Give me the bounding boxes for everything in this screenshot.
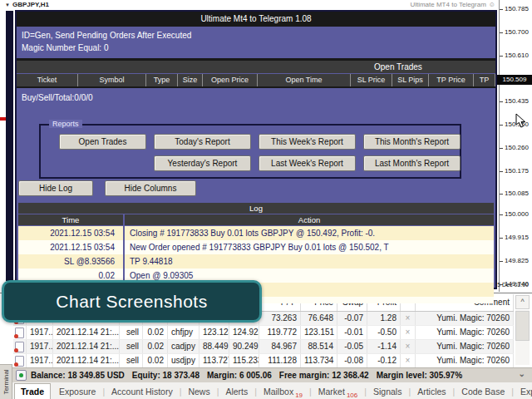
- terminal-cell: 1917...: [27, 326, 53, 339]
- open-trades-column: Open Price: [203, 74, 258, 86]
- tab-separator: |: [102, 387, 105, 397]
- tab-trade[interactable]: Trade: [14, 383, 51, 399]
- log-toggle-row: Hide Log Hide Columns: [18, 180, 196, 196]
- close-x-icon[interactable]: ×: [406, 328, 411, 337]
- terminal-order-row[interactable]: 1917...2021.12.14 21:...sell0.02cadjpy88…: [13, 340, 514, 354]
- ea-info-line1: ID=Gen, Send Pending Orders After Execut…: [22, 29, 490, 42]
- close-order-cell: ×: [401, 326, 416, 339]
- terminal-cell: 113.727: [200, 354, 229, 367]
- order-note-icon-cell: [13, 326, 27, 339]
- terminal-cell: -0.01: [337, 326, 367, 339]
- connection-status-icon: [16, 370, 27, 381]
- scroll-up-icon[interactable]: ^: [515, 295, 530, 309]
- terminal-cell: 73.263: [259, 312, 301, 325]
- tab-separator: |: [364, 387, 367, 397]
- account-status-bar: Balance: 18 349.85 USDEquity: 18 373.48M…: [12, 367, 532, 382]
- terminal-cell: 76.648: [301, 312, 337, 325]
- open-trades-column: TP Price: [429, 74, 474, 86]
- tab-count-badge: 19: [295, 392, 303, 399]
- terminal-cell: sell: [120, 354, 143, 367]
- chevron-down-icon[interactable]: ▼: [5, 2, 10, 7]
- price-axis-label: 150.700: [500, 28, 532, 36]
- log-time-cell: 2021.12.15 03:54: [18, 226, 123, 240]
- report-button[interactable]: Open Trades: [59, 134, 146, 150]
- terminal-order-row[interactable]: 1917...2021.12.14 21:...sell0.02chfjpy12…: [13, 326, 514, 340]
- chart-screenshots-label: Chart Screenshots: [56, 292, 207, 312]
- tab-news[interactable]: News: [182, 387, 215, 397]
- terminal-side-label[interactable]: Terminal: [0, 364, 12, 399]
- price-axis-label: 150.610: [500, 52, 532, 59]
- close-x-icon[interactable]: ×: [406, 356, 411, 365]
- terminal-cell: Yumi. Magic: 70260: [416, 326, 514, 339]
- terminal-cell: Yumi. Magic: 70260: [416, 340, 514, 353]
- terminal-cell: cadjpy: [168, 340, 200, 353]
- chart-left-strip: [6, 11, 13, 281]
- report-button[interactable]: This Week's Report: [259, 134, 356, 150]
- terminal-cell: 1917...: [27, 340, 53, 353]
- tab-exposure[interactable]: Exposure: [53, 387, 101, 397]
- close-order-cell: ×: [401, 340, 416, 353]
- tab-articles[interactable]: Articles: [411, 387, 451, 397]
- log-row: SL @8.93566TP 9.44818: [18, 254, 494, 268]
- tab-alerts[interactable]: Alerts: [219, 387, 254, 397]
- terminal-cell: Yumi. Magic: 70260: [416, 312, 514, 325]
- chart-red-tick: [0, 117, 6, 121]
- tab-separator: |: [254, 387, 257, 397]
- log-row: 2021.12.15 03:54New Order opened # 19177…: [18, 240, 494, 254]
- report-button[interactable]: Last Month's Report: [363, 155, 461, 171]
- report-button[interactable]: Yesterday's Report: [154, 155, 251, 171]
- buy-sell-total-label: Buy/Sell/Total:0/0/0: [22, 93, 495, 102]
- ea-panel: Ultimate Mt4 to Telegram 1.08 ID=Gen, Se…: [15, 10, 497, 289]
- log-action-cell: New Order opened # 191773833 GBPJPY Buy …: [125, 240, 494, 254]
- order-note-icon: [15, 328, 24, 338]
- price-axis-label: 149.825: [500, 257, 532, 264]
- reports-groupbox-label: Reports: [49, 120, 82, 128]
- report-button[interactable]: This Month's Report: [363, 134, 461, 150]
- tab-signals[interactable]: Signals: [367, 387, 407, 397]
- terminal-scrollbar-thumb[interactable]: [515, 311, 530, 341]
- tab-mailbox[interactable]: Mailbox19: [258, 387, 308, 397]
- terminal-cell: Yumi. Magic: 70260: [416, 354, 514, 367]
- log-time-cell: 2021.12.15 03:54: [18, 240, 123, 254]
- terminal-cell: 123.123: [200, 326, 229, 339]
- hide-log-button[interactable]: Hide Log: [18, 180, 93, 196]
- reports-groupbox: Reports Open TradesToday's ReportThis We…: [39, 124, 461, 179]
- close-x-icon[interactable]: ×: [406, 313, 411, 323]
- status-segment: Margin level: 305.97%: [377, 371, 462, 380]
- terminal-cell: 2021.12.14 21:...: [53, 354, 120, 367]
- order-red-dot: [14, 362, 18, 367]
- scroll-down-icon[interactable]: ⌄: [519, 369, 525, 378]
- log-time-cell: SL @8.93566: [18, 254, 123, 268]
- tab-count-badge: 106: [347, 392, 357, 399]
- terminal-cell: 123.151: [301, 326, 337, 339]
- report-button[interactable]: Last Week's Report: [259, 155, 356, 171]
- terminal-order-row[interactable]: 1917...2021.12.14 21:...sell0.02usdjpy11…: [13, 354, 514, 368]
- hide-columns-button[interactable]: Hide Columns: [105, 180, 196, 196]
- terminal-cell: -0.12: [367, 354, 401, 367]
- terminal-cell: 1.28: [367, 312, 401, 325]
- tab-experts[interactable]: Experts: [515, 387, 532, 397]
- price-axis: 150.785150.700150.610150.525150.435150.3…: [499, 0, 532, 292]
- price-axis-label: 149.915: [500, 234, 532, 241]
- terminal-cell: -0.08: [337, 354, 367, 367]
- tab-code-base[interactable]: Code Base: [456, 387, 510, 397]
- terminal-cell: sell: [120, 326, 143, 339]
- terminal-cell: 0.02: [143, 354, 168, 367]
- report-button[interactable]: Today's Report: [154, 134, 251, 150]
- tab-market[interactable]: Market106: [313, 387, 363, 397]
- terminal-cell: 113.734: [301, 354, 337, 367]
- price-axis-label: 150.085: [500, 190, 532, 197]
- terminal-tab-bar: TradeExposure|Account History|News|Alert…: [12, 382, 532, 399]
- tab-separator: |: [408, 387, 411, 397]
- ea-info-line2: Magic Number Equal: 0: [22, 42, 490, 54]
- close-x-icon[interactable]: ×: [406, 342, 411, 351]
- open-trades-column: Open Time: [258, 74, 351, 86]
- tab-account-history[interactable]: Account History: [106, 387, 179, 397]
- terminal-cell: 84.967: [259, 340, 301, 353]
- terminal-cell: 111.128: [259, 354, 301, 367]
- terminal-cell: -0.07: [337, 312, 367, 325]
- tab-separator: |: [180, 387, 182, 397]
- open-trades-column: SL Price: [351, 74, 392, 86]
- price-axis-label: 150.785: [500, 5, 532, 12]
- chart-watermark: Ultimate MT4 to Telegram ☺: [410, 1, 495, 8]
